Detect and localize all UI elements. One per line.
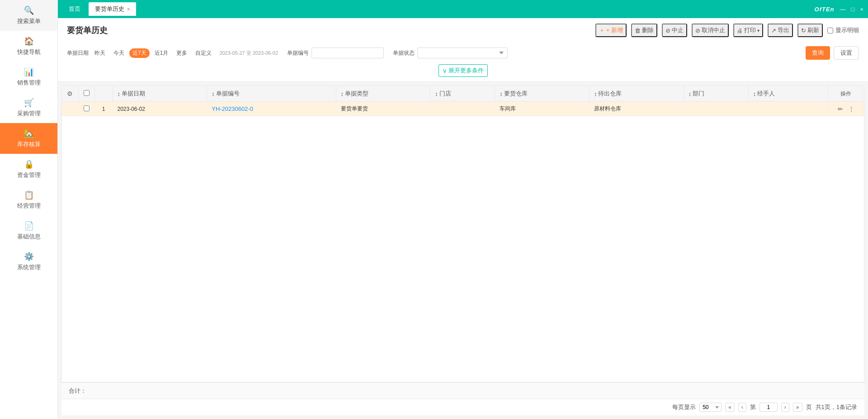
sidebar-item-sales[interactable]: 📊 销售管理: [0, 62, 57, 92]
close-btn[interactable]: ×: [860, 6, 863, 13]
close-tab-icon[interactable]: ×: [127, 6, 130, 12]
stop-button[interactable]: ⊘ 中止: [662, 24, 687, 37]
delete-icon: 🗑: [635, 27, 641, 34]
row-edit-btn[interactable]: ✏: [836, 105, 845, 114]
page-title: 要货单历史: [67, 25, 108, 36]
query-button[interactable]: 查询: [806, 46, 830, 60]
row-num-cell: 1: [94, 102, 113, 116]
topbar: 首页 要货单历史 × OfTEn — □ ×: [58, 0, 868, 18]
page-label: 页: [806, 403, 812, 411]
row-date-cell: 2023-06-02: [113, 102, 207, 116]
sidebar-label-operations: 经营管理: [17, 202, 41, 210]
row-handler-cell: [748, 102, 828, 116]
expand-more-label: 展开更多条件: [448, 67, 484, 75]
first-page-btn[interactable]: «: [725, 403, 735, 412]
page-number-input[interactable]: [760, 403, 778, 412]
sidebar-item-finance[interactable]: 🔒 资金管理: [0, 154, 57, 185]
th-action: 操作: [828, 86, 864, 102]
sidebar-label-inventory: 库存核算: [17, 140, 41, 148]
th-pending-warehouse: ↕ 待出仓库: [589, 86, 684, 102]
print-button[interactable]: 🖨 打印 ▾: [733, 24, 763, 37]
column-settings-icon[interactable]: ⚙: [67, 90, 73, 97]
date-option-近1月[interactable]: 近1月: [151, 48, 172, 58]
doc-number-input[interactable]: [311, 48, 384, 58]
row-doc-no-link[interactable]: YH-20230602-0: [212, 105, 253, 112]
th-doc-no: ↕ 单据编号: [207, 86, 336, 102]
main-area: 首页 要货单历史 × OfTEn — □ × 要货单历史 ＋ + 新增: [58, 0, 868, 419]
settings-filter-button[interactable]: 设置: [834, 46, 859, 60]
date-filter-label: 单据日期: [67, 49, 89, 57]
sidebar-item-purchase[interactable]: 🛒 采购管理: [0, 92, 57, 123]
show-detail-toggle[interactable]: 显示明细: [827, 26, 859, 34]
sidebar-icon-finance: 🔒: [24, 159, 34, 169]
summary-label: 合计：: [69, 387, 86, 395]
cancel-stop-label: 取消中止: [702, 26, 725, 34]
date-option-更多[interactable]: 更多: [173, 48, 190, 58]
last-page-btn[interactable]: »: [793, 403, 802, 412]
th-settings: ⚙: [62, 86, 78, 102]
date-option-近7天[interactable]: 近7天: [129, 48, 150, 58]
sidebar-icon-basic-info: 📄: [24, 221, 34, 231]
page-header: 要货单历史 ＋ + 新增 🗑 删除 ⊘ 中止 ⊘: [58, 18, 868, 82]
select-all-checkbox[interactable]: [84, 90, 90, 96]
page-jump-label: 第: [750, 403, 756, 411]
th-date: ↕ 单据日期: [113, 86, 207, 102]
table-header: ⚙ ↕ 单据日期: [62, 86, 864, 102]
total-info: 共1页，1条记录: [816, 403, 857, 411]
sidebar-item-basic-info[interactable]: 📄 基础信息: [0, 215, 57, 246]
sidebar-item-system[interactable]: ⚙️ 系统管理: [0, 246, 57, 277]
expand-more-button[interactable]: ∨ 展开更多条件: [439, 64, 488, 77]
sidebar-icon-inventory: 🏡: [24, 129, 34, 138]
add-icon: ＋: [599, 26, 605, 34]
cancel-stop-button[interactable]: ⊘ 取消中止: [692, 24, 729, 37]
expand-more-row: ∨ 展开更多条件: [67, 64, 859, 81]
th-handler: ↕ 经手人: [748, 86, 828, 102]
show-detail-checkbox[interactable]: [827, 28, 833, 33]
sidebar-icon-sales: 📊: [24, 67, 34, 77]
toolbar: ＋ + 新增 🗑 删除 ⊘ 中止 ⊘ 取消中止: [595, 24, 859, 37]
row-department-cell: [684, 102, 748, 116]
sidebar-icon-quick-nav: 🏠: [24, 36, 34, 46]
topbar-right: OfTEn — □ ×: [815, 6, 863, 13]
th-store: ↕ 门店: [430, 86, 495, 102]
records-table: ⚙ ↕ 单据日期: [62, 86, 864, 116]
row-checkbox-cell: [78, 102, 94, 116]
refresh-button[interactable]: ↻ 刷新: [797, 24, 823, 37]
sidebar-item-quick-nav[interactable]: 🏠 快捷导航: [0, 31, 57, 62]
sidebar-item-search-menu[interactable]: 🔍 搜索菜单: [0, 0, 57, 31]
th-checkbox: [78, 86, 94, 102]
th-doc-type: ↕ 单据类型: [336, 86, 430, 102]
next-page-btn[interactable]: ›: [781, 403, 789, 412]
filter-row: 单据日期 昨天今天近7天近1月更多自定义 2023-05-27 至 2023-0…: [67, 42, 859, 64]
row-pending-warehouse-cell: 原材料仓库: [589, 102, 684, 116]
add-button[interactable]: ＋ + 新增: [595, 24, 627, 37]
tab-home[interactable]: 首页: [62, 2, 87, 16]
date-option-昨天[interactable]: 昨天: [91, 48, 108, 58]
stop-icon: ⊘: [665, 27, 670, 34]
sidebar: 🔍 搜索菜单🏠 快捷导航📊 销售管理🛒 采购管理🏡 库存核算🔒 资金管理📋 经营…: [0, 0, 58, 419]
sidebar-item-inventory[interactable]: 🏡 库存核算: [0, 123, 57, 154]
minimize-btn[interactable]: —: [840, 6, 846, 13]
doc-status-label: 单据状态: [393, 49, 415, 57]
page-title-row: 要货单历史 ＋ + 新增 🗑 删除 ⊘ 中止 ⊘: [67, 24, 859, 37]
date-option-自定义[interactable]: 自定义: [192, 48, 215, 58]
delete-button[interactable]: 🗑 删除: [631, 24, 657, 37]
sidebar-item-operations[interactable]: 📋 经营管理: [0, 185, 57, 215]
th-req-warehouse: ↕ 要货仓库: [495, 86, 590, 102]
export-button[interactable]: ↗ 导出: [768, 24, 793, 37]
add-label: + 新增: [606, 26, 623, 34]
per-page-select[interactable]: 50 20 100: [699, 403, 722, 412]
delete-label: 删除: [642, 26, 654, 34]
sidebar-label-finance: 资金管理: [17, 171, 41, 179]
maximize-btn[interactable]: □: [851, 6, 855, 13]
date-option-今天[interactable]: 今天: [110, 48, 127, 58]
print-dropdown-icon[interactable]: ▾: [757, 28, 760, 33]
th-department: ↕ 部门: [684, 86, 748, 102]
prev-page-btn[interactable]: ‹: [738, 403, 746, 412]
tab-active[interactable]: 要货单历史 ×: [89, 2, 136, 16]
row-more-btn[interactable]: ⋮: [846, 105, 856, 114]
doc-status-select[interactable]: [417, 48, 508, 58]
date-filter-options: 昨天今天近7天近1月更多自定义: [91, 48, 215, 58]
row-checkbox-0[interactable]: [84, 105, 90, 111]
cancel-stop-icon: ⊘: [695, 27, 700, 34]
